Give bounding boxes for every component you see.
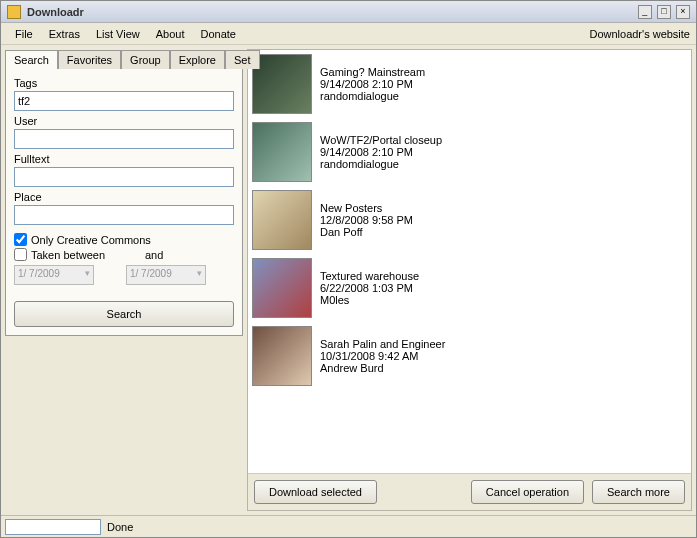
- menu-about[interactable]: About: [148, 26, 193, 42]
- place-input[interactable]: [14, 205, 234, 225]
- website-link[interactable]: Downloadr's website: [589, 28, 690, 40]
- tab-favorites[interactable]: Favorites: [58, 50, 121, 69]
- cc-label: Only Creative Commons: [31, 234, 151, 246]
- tab-group[interactable]: Group: [121, 50, 170, 69]
- result-date: 12/8/2008 9:58 PM: [320, 214, 413, 226]
- menu-donate[interactable]: Donate: [193, 26, 244, 42]
- window-title: Downloadr: [27, 6, 636, 18]
- tab-explore[interactable]: Explore: [170, 50, 225, 69]
- status-input[interactable]: [5, 519, 101, 535]
- taken-label: Taken between: [31, 249, 105, 261]
- app-window: Downloadr _ □ × File Extras List View Ab…: [0, 0, 697, 538]
- search-panel: Tags User Fulltext Place Only Creative C…: [5, 68, 243, 336]
- cancel-operation-button[interactable]: Cancel operation: [471, 480, 584, 504]
- app-icon: [7, 5, 21, 19]
- result-title: WoW/TF2/Portal closeup: [320, 134, 442, 146]
- result-item[interactable]: Textured warehouse6/22/2008 1:03 PMM0les: [252, 258, 687, 318]
- thumbnail[interactable]: [252, 258, 312, 318]
- maximize-button[interactable]: □: [657, 5, 671, 19]
- tags-input[interactable]: [14, 91, 234, 111]
- user-input[interactable]: [14, 129, 234, 149]
- minimize-button[interactable]: _: [638, 5, 652, 19]
- result-item[interactable]: New Posters12/8/2008 9:58 PMDan Poff: [252, 190, 687, 250]
- left-panel: Search Favorites Group Explore Set Tags …: [5, 49, 243, 511]
- date-to[interactable]: 1/ 7/2009: [126, 265, 206, 285]
- menubar: File Extras List View About Donate Downl…: [1, 23, 696, 45]
- tab-search[interactable]: Search: [5, 50, 58, 69]
- place-label: Place: [14, 191, 234, 203]
- thumbnail[interactable]: [252, 54, 312, 114]
- statusbar: Done: [1, 515, 696, 537]
- result-title: New Posters: [320, 202, 413, 214]
- tabs: Search Favorites Group Explore Set: [5, 49, 243, 68]
- search-button[interactable]: Search: [14, 301, 234, 327]
- status-text: Done: [107, 521, 133, 533]
- date-from[interactable]: 1/ 7/2009: [14, 265, 94, 285]
- search-more-button[interactable]: Search more: [592, 480, 685, 504]
- menu-listview[interactable]: List View: [88, 26, 148, 42]
- taken-checkbox[interactable]: [14, 248, 27, 261]
- result-item[interactable]: Sarah Palin and Engineer10/31/2008 9:42 …: [252, 326, 687, 386]
- menu-file[interactable]: File: [7, 26, 41, 42]
- result-title: Gaming? Mainstream: [320, 66, 425, 78]
- result-date: 6/22/2008 1:03 PM: [320, 282, 419, 294]
- titlebar: Downloadr _ □ ×: [1, 1, 696, 23]
- result-user: randomdialogue: [320, 158, 442, 170]
- and-label: and: [145, 249, 163, 261]
- thumbnail[interactable]: [252, 122, 312, 182]
- tags-label: Tags: [14, 77, 234, 89]
- fulltext-label: Fulltext: [14, 153, 234, 165]
- download-selected-button[interactable]: Download selected: [254, 480, 377, 504]
- results-list[interactable]: Gaming? Mainstream9/14/2008 2:10 PMrando…: [248, 50, 691, 473]
- result-user: Andrew Burd: [320, 362, 445, 374]
- result-title: Sarah Palin and Engineer: [320, 338, 445, 350]
- results-panel: Gaming? Mainstream9/14/2008 2:10 PMrando…: [247, 49, 692, 511]
- result-date: 9/14/2008 2:10 PM: [320, 78, 425, 90]
- result-item[interactable]: WoW/TF2/Portal closeup9/14/2008 2:10 PMr…: [252, 122, 687, 182]
- tab-set[interactable]: Set: [225, 50, 260, 69]
- user-label: User: [14, 115, 234, 127]
- cc-checkbox[interactable]: [14, 233, 27, 246]
- result-date: 10/31/2008 9:42 AM: [320, 350, 445, 362]
- fulltext-input[interactable]: [14, 167, 234, 187]
- result-user: M0les: [320, 294, 419, 306]
- result-item[interactable]: Gaming? Mainstream9/14/2008 2:10 PMrando…: [252, 54, 687, 114]
- result-user: Dan Poff: [320, 226, 413, 238]
- menu-extras[interactable]: Extras: [41, 26, 88, 42]
- result-user: randomdialogue: [320, 90, 425, 102]
- thumbnail[interactable]: [252, 326, 312, 386]
- thumbnail[interactable]: [252, 190, 312, 250]
- close-button[interactable]: ×: [676, 5, 690, 19]
- button-bar: Download selected Cancel operation Searc…: [248, 473, 691, 510]
- result-title: Textured warehouse: [320, 270, 419, 282]
- result-date: 9/14/2008 2:10 PM: [320, 146, 442, 158]
